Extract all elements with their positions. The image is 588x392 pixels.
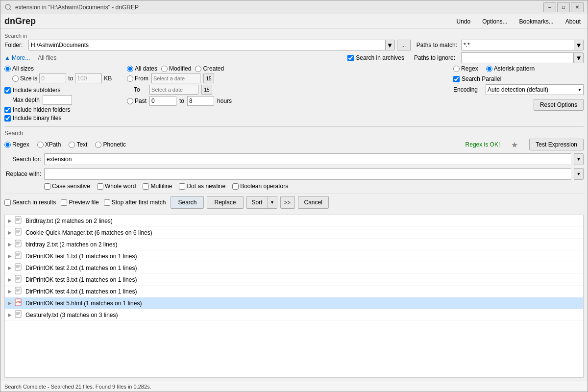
past-to-input[interactable] [187,96,214,106]
boolean-operators-label[interactable]: Boolean operators [232,183,288,190]
include-subfolders-label[interactable]: Include subfolders [13,87,60,94]
regex-pattern-radio-label[interactable]: Regex [453,65,478,72]
result-item[interactable]: ▶DirPrintOK test 2.txt (1 matches on 1 l… [5,262,583,274]
result-item[interactable]: ▶DirPrintOK test 1.txt (1 matches on 1 l… [5,250,583,262]
include-binary-label[interactable]: Include binary files [13,115,61,122]
regex-search-radio[interactable] [4,142,11,148]
search-for-dropdown-btn[interactable]: ▼ [574,153,584,165]
text-search-radio-label[interactable]: Text [69,141,87,148]
size-from-input[interactable] [39,74,66,83]
modified-radio-label[interactable]: Modified [161,65,191,72]
multiline-label[interactable]: Multiline [143,183,172,190]
include-hidden-label[interactable]: Include hidden folders [13,106,70,113]
menu-about[interactable]: About [563,17,584,26]
whole-word-label[interactable]: Whole word [97,183,136,190]
regex-search-radio-label[interactable]: Regex [4,141,29,148]
include-hidden-checkbox[interactable] [4,107,11,113]
include-binary-checkbox[interactable] [4,115,11,122]
search-in-results-checkbox[interactable] [4,199,11,206]
dot-as-newline-checkbox[interactable] [179,183,185,190]
past-from-input[interactable] [149,96,176,106]
created-radio[interactable] [195,66,201,72]
stop-first-match-checkbox[interactable] [104,199,110,206]
all-sizes-radio[interactable] [4,66,11,72]
from-calendar-btn[interactable]: 15 [203,74,214,83]
replace-with-input[interactable] [44,168,571,180]
archives-label[interactable]: Search in archives [356,54,404,61]
search-parallel-label[interactable]: Search Parallel [462,75,501,82]
xpath-search-radio[interactable] [37,142,44,148]
sort-button[interactable]: Sort [246,196,268,209]
menu-undo[interactable]: Undo [454,17,474,26]
preview-file-checkbox[interactable] [61,199,67,206]
text-search-radio[interactable] [69,142,75,148]
max-depth-input[interactable] [43,95,72,105]
phonetic-search-radio-label[interactable]: Phonetic [95,141,126,148]
cancel-button[interactable]: Cancel [298,196,329,209]
result-item[interactable]: ▶DirPrintOK test 4.txt (1 matches on 1 l… [5,286,583,297]
search-for-input[interactable] [44,153,571,165]
from-date-radio[interactable] [127,75,133,82]
case-sensitive-label[interactable]: Case sensitive [44,183,90,190]
phonetic-search-radio[interactable] [95,142,101,148]
paths-to-ignore-input[interactable] [461,52,574,63]
xpath-search-radio-label[interactable]: XPath [37,141,61,148]
all-sizes-radio-label[interactable]: All sizes [4,65,34,72]
dot-as-newline-label[interactable]: Dot as newline [179,183,225,190]
forward-button[interactable]: >> [280,196,295,209]
menu-bookmarks[interactable]: Bookmarks... [516,17,557,26]
browse-button[interactable]: ... [397,40,411,50]
minimize-button[interactable]: – [543,2,556,12]
asterisk-pattern-radio[interactable] [486,66,492,72]
from-date-input[interactable] [151,74,200,83]
from-radio-label[interactable]: From [127,75,148,82]
results-area[interactable]: ▶Birdtray.txt (2 matches on 2 lines)▶Coo… [4,215,584,378]
maximize-button[interactable]: □ [557,2,570,12]
past-radio[interactable] [127,98,133,104]
paths-to-match-input[interactable] [461,40,574,50]
result-item[interactable]: ▶HTMDirPrintOK test 5.html (1 matches on… [5,297,583,309]
size-is-radio[interactable] [12,75,19,82]
result-item[interactable]: ▶Cookie Quick Manager.txt (6 matches on … [5,227,583,239]
search-in-results-label[interactable]: Search in results [4,199,56,206]
replace-dropdown-btn[interactable]: ▼ [574,168,584,180]
folder-input[interactable] [28,40,385,50]
past-radio-label[interactable]: Past [127,98,147,104]
size-is-radio-label[interactable]: Size is [12,75,37,82]
to-date-input[interactable] [149,85,198,95]
reset-options-button[interactable]: Reset Options [534,99,584,111]
more-button[interactable]: ▲ More... [4,54,30,61]
sort-dropdown-btn[interactable]: ▼ [268,196,277,209]
size-to-input[interactable] [75,74,102,83]
all-dates-radio-label[interactable]: All dates [127,65,157,72]
replace-button[interactable]: Replace [207,196,243,209]
folder-dropdown-btn[interactable]: ▼ [385,40,395,50]
result-item[interactable]: ▶DirPrintOK test 3.txt (1 matches on 1 l… [5,274,583,286]
to-calendar-btn[interactable]: 15 [201,85,212,95]
search-button[interactable]: Search [171,196,204,209]
whole-word-checkbox[interactable] [97,183,103,190]
regex-pattern-radio[interactable] [453,66,460,72]
menu-options[interactable]: Options... [479,17,510,26]
stop-first-match-label[interactable]: Stop after first match [104,199,166,206]
close-button[interactable]: ✕ [571,2,584,12]
asterisk-pattern-radio-label[interactable]: Asterisk pattern [486,65,535,72]
encoding-select[interactable]: Auto detection (default) UTF-8 UTF-16 AS… [486,84,584,95]
search-in-archives-checkbox[interactable] [347,55,354,61]
case-sensitive-checkbox[interactable] [44,183,50,190]
boolean-operators-checkbox[interactable] [232,183,239,190]
modified-radio[interactable] [161,66,168,72]
search-parallel-checkbox[interactable] [453,76,460,82]
ignore-dropdown-btn[interactable]: ▼ [574,52,584,63]
include-subfolders-checkbox[interactable] [4,87,11,94]
test-expression-button[interactable]: Test Expression [529,139,584,150]
result-item[interactable]: ▶Gesturefy.txt (3 matches on 3 lines) [5,309,583,321]
paths-dropdown-btn[interactable]: ▼ [574,40,584,50]
preview-file-label[interactable]: Preview file [61,199,98,206]
multiline-checkbox[interactable] [143,183,149,190]
favorite-button[interactable]: ★ [508,139,521,150]
result-item[interactable]: ▶Birdtray.txt (2 matches on 2 lines) [5,215,583,227]
result-item[interactable]: ▶birdtray 2.txt (2 matches on 2 lines) [5,239,583,250]
created-radio-label[interactable]: Created [195,65,224,72]
all-dates-radio[interactable] [127,66,133,72]
